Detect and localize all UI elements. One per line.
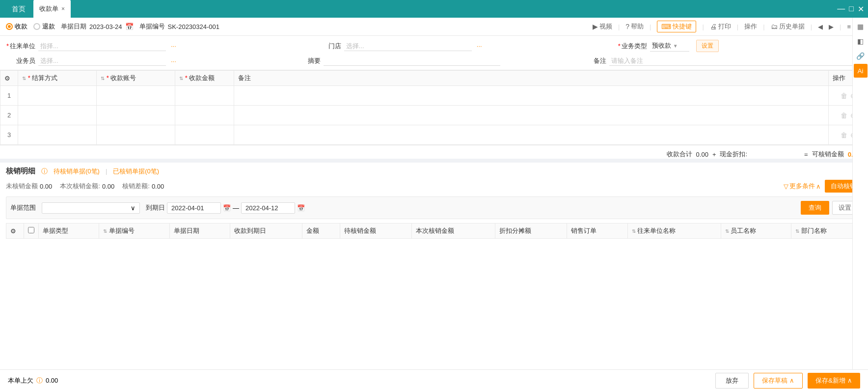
footer-order-label: 本单上欠: [8, 376, 33, 385]
bth-checkbox[interactable]: [24, 223, 39, 239]
radio-receive-circle: [6, 23, 13, 30]
select-all-checkbox[interactable]: [28, 227, 34, 233]
calendar-icon[interactable]: 📅: [125, 23, 134, 30]
radio-receive[interactable]: 收款: [6, 22, 27, 31]
date-from-input[interactable]: [167, 202, 221, 214]
row-2-account[interactable]: [97, 106, 175, 125]
video-btn[interactable]: ▶ 视频: [593, 22, 612, 31]
done-tab[interactable]: 已核销单据(0笔): [113, 167, 159, 176]
print-btn[interactable]: 🖨 打印: [710, 22, 731, 31]
row-3-amount[interactable]: [175, 125, 234, 145]
row-1-settlement[interactable]: [18, 86, 97, 106]
row-2-settlement[interactable]: [18, 106, 97, 125]
operate-btn[interactable]: 操作: [744, 22, 757, 31]
footer-info-icon[interactable]: ⓘ: [36, 376, 43, 385]
tab-home[interactable]: 首页: [4, 0, 33, 18]
row-3-remark[interactable]: [234, 125, 829, 145]
radio-refund[interactable]: 退款: [33, 22, 55, 31]
save-new-btn[interactable]: 保存&新增 ∧: [808, 373, 860, 389]
row-3-settlement[interactable]: [18, 125, 97, 145]
date-to-input[interactable]: [241, 202, 295, 214]
bth-settings[interactable]: ⚙: [6, 223, 24, 239]
row-2-amount[interactable]: [175, 106, 234, 125]
more-conditions-btn[interactable]: ▽ 更多条件 ∧: [784, 182, 821, 191]
shortcut-label: 快捷键: [673, 22, 692, 31]
verify-header: 核销明细 ⓘ 待核销单据(0笔) | 已核销单据(0笔): [6, 167, 862, 176]
sep7: |: [840, 23, 841, 30]
date-from-icon[interactable]: 📅: [223, 204, 231, 212]
bth-employee: ⇅ 员工名称: [721, 223, 791, 239]
save-draft-btn[interactable]: 保存草稿 ∧: [754, 373, 803, 389]
form-row-1: 往来单位 ··· 门店 ··· 业务类型 预收款 ▼ 设置: [6, 40, 862, 52]
sidebar-layout-icon[interactable]: ◧: [854, 34, 868, 48]
window-close-icon[interactable]: ✕: [858, 4, 864, 14]
history-label: 历史单据: [779, 22, 805, 31]
radio-refund-label: 退款: [42, 22, 55, 31]
next-btn[interactable]: ▶: [829, 23, 834, 30]
total-label: 收款合计: [667, 150, 692, 159]
sep3: |: [702, 23, 704, 30]
table-area: ⚙ ⇅ * 结算方式 ⇅ * 收款账号 ⇅ * 收款: [0, 70, 868, 159]
video-icon: ▶: [593, 23, 598, 30]
query-btn[interactable]: 查询: [801, 201, 829, 215]
tab-close-icon[interactable]: ×: [61, 0, 65, 18]
date-value[interactable]: 2023-03-24: [89, 23, 122, 30]
verify-info-icon[interactable]: ⓘ: [41, 167, 48, 176]
col-operate-label: 操作: [833, 74, 845, 82]
unchecked-label: 未核销金额: [6, 182, 38, 191]
help-btn[interactable]: ? 帮助: [625, 22, 644, 31]
number-value[interactable]: SK-20230324-001: [168, 23, 220, 30]
bth-settings-icon: ⚙: [10, 227, 16, 235]
bth-date: 单据日期: [169, 223, 230, 239]
window-min-icon[interactable]: —: [837, 4, 845, 14]
tab-receipt[interactable]: 收款单 ×: [33, 0, 71, 18]
settings-btn[interactable]: 设置: [696, 40, 719, 52]
row-1-account[interactable]: [97, 86, 175, 106]
bth-date-label: 单据日期: [174, 227, 199, 234]
salesperson-more-icon[interactable]: ···: [169, 57, 178, 65]
row-2-remark[interactable]: [234, 106, 829, 125]
row-1-amount[interactable]: [175, 86, 234, 106]
summary-input[interactable]: [324, 56, 500, 66]
th-settings[interactable]: ⚙: [0, 71, 18, 86]
row-3-account[interactable]: [97, 125, 175, 145]
counterpart-more-icon[interactable]: ···: [169, 42, 178, 50]
abandon-btn[interactable]: 放弃: [715, 373, 749, 389]
business-type-group: 业务类型 预收款 ▼ 设置: [618, 40, 862, 52]
window-max-icon[interactable]: □: [849, 4, 854, 14]
tab-separator: |: [106, 168, 107, 175]
sidebar-link-icon[interactable]: 🔗: [854, 49, 868, 63]
bth-pending: 待核销金额: [340, 223, 412, 239]
store-input[interactable]: [344, 41, 472, 51]
sidebar-table-icon[interactable]: ▦: [854, 20, 868, 33]
shortcut-btn[interactable]: ⌨ 快捷键: [657, 21, 696, 32]
range-dropdown-icon: ∨: [131, 204, 136, 212]
history-btn[interactable]: 🗂 历史单据: [771, 22, 805, 31]
filter-icon: ▽: [784, 183, 788, 190]
sep6: |: [811, 23, 812, 30]
prev-btn[interactable]: ◀: [818, 23, 823, 30]
view-list-btn[interactable]: ≡: [847, 23, 851, 30]
salesperson-input[interactable]: [38, 56, 166, 66]
sep5: |: [763, 23, 764, 30]
radio-refund-circle: [33, 23, 40, 30]
receipt-table: ⚙ ⇅ * 结算方式 ⇅ * 收款账号 ⇅ * 收款: [0, 70, 868, 145]
footer-right: 放弃 保存草稿 ∧ 保存&新增 ∧: [715, 373, 860, 389]
sep4: |: [737, 23, 738, 30]
row-1-delete-icon[interactable]: 🗑: [841, 92, 847, 100]
discount-input[interactable]: [751, 149, 800, 159]
row-2-delete-icon[interactable]: 🗑: [841, 112, 847, 119]
store-more-icon[interactable]: ···: [475, 42, 484, 50]
tab-bar: 首页 收款单 × — □ ✕: [0, 0, 868, 18]
equals-sign: =: [804, 151, 808, 158]
date-to-icon[interactable]: 📅: [297, 204, 305, 212]
counterpart-input[interactable]: [38, 41, 166, 51]
business-type-select[interactable]: 预收款 ▼: [650, 40, 689, 52]
sidebar-ai-icon[interactable]: Ai: [854, 64, 868, 78]
range-select[interactable]: ∨: [42, 202, 140, 214]
remark-input[interactable]: [609, 56, 862, 66]
row-3-delete-icon[interactable]: 🗑: [841, 131, 847, 139]
pending-tab[interactable]: 待核销单据(0笔): [54, 167, 100, 176]
row-1-remark[interactable]: [234, 86, 829, 106]
toolbar-actions: ▶ 视频 | ? 帮助 | ⌨ 快捷键 | 🖨 打印 | 操作 |: [593, 21, 862, 32]
